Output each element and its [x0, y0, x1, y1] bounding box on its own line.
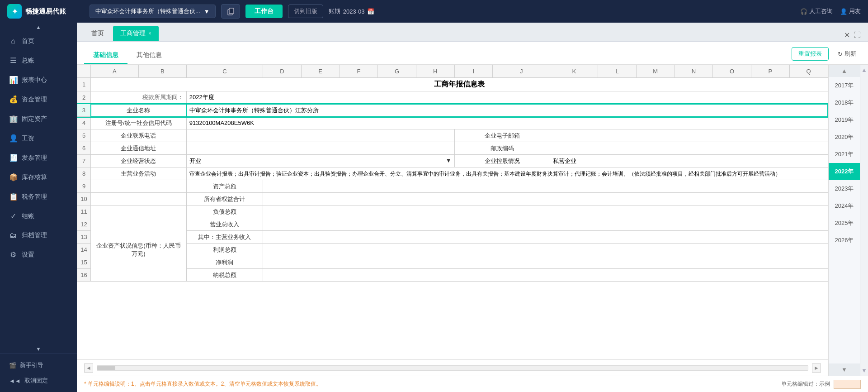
- sidebar-item-archive[interactable]: 🗂 归档管理: [0, 226, 77, 245]
- sidebar-item-home[interactable]: ⌂ 首页: [0, 32, 77, 51]
- year-item-2017[interactable]: 2017年: [829, 77, 860, 94]
- postcode-value[interactable]: [550, 142, 828, 155]
- year-item-2018[interactable]: 2018年: [829, 94, 860, 111]
- user-item[interactable]: 👤 用友: [840, 7, 861, 15]
- edited-label: 单元格编辑过：示例: [781, 380, 830, 388]
- sidebar-item-tax[interactable]: 📋 税务管理: [0, 187, 77, 206]
- sub-tab-actions: 重置报表 ↻ 刷新: [792, 47, 861, 64]
- sidebar-item-settings[interactable]: ⚙ 设置: [0, 245, 77, 264]
- year-scroll-down[interactable]: ▼: [829, 363, 860, 376]
- sidebar-item-assets[interactable]: 🏢 固定资产: [0, 109, 77, 129]
- sub-tab-other[interactable]: 其他信息: [127, 48, 171, 64]
- sidebar-item-invoice[interactable]: 🧾 发票管理: [0, 148, 77, 167]
- sidebar-item-label-home: 首页: [22, 37, 34, 45]
- refresh-button[interactable]: ↻ 刷新: [833, 47, 861, 61]
- net-profit-value[interactable]: [263, 256, 828, 269]
- company-name-value[interactable]: 中审众环会计师事务所（特殊普通合伙）江苏分所: [186, 104, 828, 117]
- total-revenue-value[interactable]: [263, 218, 828, 231]
- corner-header: [77, 65, 91, 78]
- horizontal-scrollbar[interactable]: [97, 365, 808, 371]
- reg-num-value[interactable]: 91320100MA208E5W6K: [186, 117, 828, 129]
- phone-label: 企业联系电话: [91, 129, 187, 142]
- tab-industrial[interactable]: 工商管理 ×: [113, 26, 159, 41]
- sidebar-item-ledger[interactable]: ☰ 总账: [0, 51, 77, 70]
- biz-status-value[interactable]: 开业 ▼: [186, 155, 454, 167]
- calendar-icon[interactable]: 📅: [367, 8, 374, 15]
- table-row: 9 资产总额: [77, 180, 828, 193]
- table-row: 4 注册号/统一社会信用代码 91320100MA208E5W6K: [77, 117, 828, 129]
- workbench-button[interactable]: 工作台: [245, 5, 283, 18]
- switch-button[interactable]: 切到旧版: [288, 5, 323, 18]
- sidebar-scroll-down[interactable]: ▼: [0, 344, 77, 354]
- net-profit-label: 净利润: [186, 256, 263, 269]
- reset-button[interactable]: 重置报表: [792, 47, 829, 61]
- equity-value[interactable]: [263, 193, 828, 206]
- year-item-2026[interactable]: 2026年: [829, 232, 860, 249]
- spreadsheet-container[interactable]: A B C D E F G H I J: [77, 65, 828, 359]
- liability-value[interactable]: [263, 206, 828, 218]
- sidebar-item-close[interactable]: ✓ 结账: [0, 206, 77, 226]
- scrollbar-thumb: [97, 366, 115, 370]
- year-item-2021[interactable]: 2021年: [829, 146, 860, 163]
- period-value[interactable]: 2022年度: [186, 91, 828, 104]
- main-biz-label: 主营业务活动: [91, 167, 187, 180]
- col-header-j: J: [493, 65, 550, 78]
- total-assets-value[interactable]: [263, 180, 828, 193]
- address-value[interactable]: [186, 142, 454, 155]
- sidebar-item-label-archive: 归档管理: [22, 231, 47, 239]
- sheet-title[interactable]: 工商年报信息表: [91, 78, 828, 91]
- year-item-2024[interactable]: 2024年: [829, 197, 860, 215]
- sidebar-item-label-reports: 报表中心: [22, 76, 47, 84]
- sidebar-item-finance[interactable]: 💰 资金管理: [0, 90, 77, 109]
- sidebar-item-reports[interactable]: 📊 报表中心: [0, 70, 77, 90]
- footer-note: * 单元格编辑说明：1、点击单元格直接录入数值或文本。2、清空单元格数值或文本恢…: [84, 380, 321, 388]
- profit-value[interactable]: [263, 244, 828, 256]
- postcode-label: 邮政编码: [454, 142, 550, 155]
- col-header-i: I: [454, 65, 493, 78]
- maximize-icon[interactable]: ⛶: [854, 31, 861, 39]
- table-row: 12 企业资产状况信息(币种：人民币万元) 营业总收入: [77, 218, 828, 231]
- table-row: 13 其中：主营业务收入: [77, 231, 828, 244]
- holding-value[interactable]: 私营企业: [550, 155, 828, 167]
- vscroll-up[interactable]: ▲: [859, 65, 868, 75]
- col-header-f: F: [340, 65, 378, 78]
- total-tax-value[interactable]: [263, 269, 828, 282]
- phone-value[interactable]: [186, 129, 454, 142]
- year-item-2019[interactable]: 2019年: [829, 111, 860, 129]
- copy-button[interactable]: [221, 4, 240, 19]
- tax-icon: 📋: [9, 192, 17, 201]
- year-item-2020[interactable]: 2020年: [829, 129, 860, 146]
- sidebar-item-payroll[interactable]: 👤 工资: [0, 129, 77, 148]
- top-header: ✦ 畅捷通易代账 中审众环会计师事务所（特殊普通合伙... ▼ 工作台 切到旧版…: [0, 0, 868, 23]
- invoice-icon: 🧾: [9, 153, 17, 162]
- consult-item[interactable]: 🎧 人工咨询: [800, 7, 833, 15]
- vscroll-down[interactable]: ▼: [859, 365, 868, 376]
- liability-label: 负债总额: [186, 206, 263, 218]
- main-revenue-value[interactable]: [263, 231, 828, 244]
- main-biz-value[interactable]: 审查企业会计报表；出具审计报告；验证企业资本；出具验资报告；办理企业合开、分立、…: [186, 167, 828, 180]
- close-window-icon[interactable]: ✕: [844, 31, 850, 39]
- year-scroll-up[interactable]: ▲: [829, 65, 860, 77]
- scroll-left-button[interactable]: ◄: [84, 363, 93, 373]
- dropdown-arrow[interactable]: ▼: [446, 157, 452, 164]
- sub-tab-basic[interactable]: 基础信息: [84, 48, 127, 64]
- tab-close-icon[interactable]: ×: [148, 30, 151, 37]
- col-header-c: C: [186, 65, 263, 78]
- tab-home[interactable]: 首页: [84, 26, 111, 41]
- new-guide-item[interactable]: 🎬 新手引导: [0, 358, 77, 373]
- sub-tabs: 基础信息 其他信息 重置报表 ↻ 刷新: [77, 42, 868, 65]
- email-value[interactable]: [550, 129, 828, 142]
- total-revenue-label: 营业总收入: [186, 218, 263, 231]
- year-item-2023[interactable]: 2023年: [829, 180, 860, 197]
- cancel-fix-item[interactable]: ◄◄ 取消固定: [0, 373, 77, 388]
- sidebar-scroll-up[interactable]: ▲: [0, 23, 77, 32]
- year-item-2025[interactable]: 2025年: [829, 215, 860, 232]
- home-icon: ⌂: [9, 37, 17, 45]
- sidebar-item-inventory[interactable]: 📦 库存核算: [0, 167, 77, 187]
- scroll-right-button[interactable]: ►: [812, 363, 821, 373]
- spreadsheet-main: A B C D E F G H I J: [77, 65, 828, 376]
- ledger-icon: ☰: [9, 56, 17, 65]
- vertical-scroll-panel: ▲ ▼: [860, 65, 868, 376]
- year-item-2022[interactable]: 2022年: [829, 163, 860, 180]
- company-selector[interactable]: 中审众环会计师事务所（特殊普通合伙... ▼: [90, 5, 216, 18]
